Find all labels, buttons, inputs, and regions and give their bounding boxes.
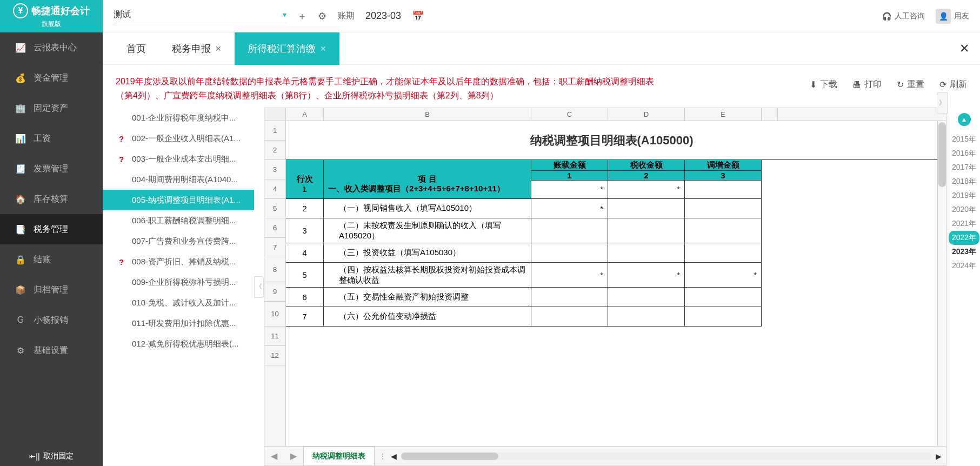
cell[interactable] xyxy=(531,243,608,263)
user-menu[interactable]: 👤 用友 xyxy=(936,9,969,24)
tree-item[interactable]: ?004-期间费用明细表(A1040... xyxy=(103,169,254,190)
cell[interactable]: （三）投资收益（填写A105030） xyxy=(324,243,531,263)
reset-button[interactable]: ↻重置 xyxy=(897,79,924,90)
row-header[interactable]: 11 xyxy=(264,327,285,346)
gear-icon[interactable]: ⚙ xyxy=(318,10,326,22)
year-item[interactable]: 2020年 xyxy=(949,203,979,217)
cell[interactable]: 1 xyxy=(286,179,324,199)
cell[interactable] xyxy=(608,243,685,263)
cell[interactable] xyxy=(531,288,608,307)
sheet-menu-icon[interactable]: ⋮ xyxy=(379,452,386,461)
row-header[interactable]: 2 xyxy=(264,141,285,160)
tab[interactable]: 所得税汇算清缴✕ xyxy=(235,32,339,65)
tree-item[interactable]: ?002-一般企业收入明细表(A1... xyxy=(103,128,254,149)
sidebar-item[interactable]: 💰资金管理 xyxy=(0,63,103,93)
row-header[interactable]: 1 xyxy=(264,121,285,141)
sheet-next-icon[interactable]: ▶ xyxy=(284,451,303,461)
cell[interactable]: 3 xyxy=(286,218,324,243)
cell[interactable] xyxy=(608,307,685,327)
unpin-button[interactable]: ⇤|| 取消固定 xyxy=(0,447,103,466)
tab[interactable]: 首页 xyxy=(114,32,159,65)
cell[interactable] xyxy=(608,288,685,307)
sidebar-item[interactable]: 🏢固定资产 xyxy=(0,93,103,123)
plus-icon[interactable]: ＋ xyxy=(297,10,307,23)
sidebar-item[interactable]: ⚙基础设置 xyxy=(0,335,103,365)
refresh-button[interactable]: ⟳刷新 xyxy=(939,79,967,90)
col-header[interactable]: C xyxy=(531,108,608,121)
year-up-icon[interactable]: ▲ xyxy=(958,113,971,126)
year-item[interactable]: 2023年 xyxy=(949,245,979,259)
calendar-icon[interactable]: 📅 xyxy=(412,10,424,22)
year-item[interactable]: 2024年 xyxy=(949,259,979,273)
tree-item[interactable]: ?006-职工薪酬纳税调整明细... xyxy=(103,210,254,231)
cell[interactable] xyxy=(608,199,685,218)
cell[interactable]: * xyxy=(608,179,685,199)
col-header[interactable]: A xyxy=(286,108,324,121)
year-item[interactable]: 2021年 xyxy=(949,217,979,231)
cell[interactable]: * xyxy=(685,263,762,288)
tree-item[interactable]: ?011-研发费用加计扣除优惠... xyxy=(103,313,254,334)
org-dropdown[interactable]: 测试 ▾ xyxy=(114,9,286,23)
cell[interactable]: 6 xyxy=(286,288,324,307)
cell[interactable]: （一）视同销售收入（填写A105010） xyxy=(324,199,531,218)
year-item[interactable]: 2016年 xyxy=(949,147,979,161)
period-value[interactable]: 2023-03 xyxy=(365,10,401,22)
sidebar-item[interactable]: 📈云报表中心 xyxy=(0,32,103,63)
col-header[interactable]: B xyxy=(324,108,531,121)
cell[interactable]: （四）按权益法核算长期股权投资对初始投资成本调整确认收益 xyxy=(324,263,531,288)
select-all-corner[interactable] xyxy=(264,108,286,121)
tree-item[interactable]: ?001-企业所得税年度纳税申... xyxy=(103,108,254,128)
close-icon[interactable]: ✕ xyxy=(215,44,222,53)
year-item[interactable]: 2018年 xyxy=(949,175,979,189)
year-item[interactable]: 2017年 xyxy=(949,161,979,175)
cell[interactable]: （五）交易性金融资产初始投资调整 xyxy=(324,288,531,307)
row-header[interactable]: 4 xyxy=(264,179,285,199)
sidebar-item[interactable]: 📦归档管理 xyxy=(0,275,103,305)
vertical-scrollbar[interactable] xyxy=(937,121,946,446)
horizontal-scrollbar[interactable]: ◀ ▶ xyxy=(386,452,946,461)
row-header[interactable]: 5 xyxy=(264,199,285,218)
scroll-left-icon[interactable]: ◀ xyxy=(391,452,397,461)
tree-item[interactable]: ?008-资产折旧、摊销及纳税... xyxy=(103,251,254,272)
col-header[interactable]: E xyxy=(685,108,762,121)
tree-item[interactable]: ?005-纳税调整项目明细表(A1... xyxy=(103,190,254,210)
download-button[interactable]: ⬇下载 xyxy=(810,79,837,90)
tree-item[interactable]: ?003-一般企业成本支出明细... xyxy=(103,149,254,169)
cell[interactable]: * xyxy=(531,263,608,288)
col-header[interactable]: D xyxy=(608,108,685,121)
col-header[interactable] xyxy=(762,108,778,121)
collapse-tree-button[interactable]: 《 xyxy=(254,276,264,298)
year-item[interactable]: 2022年 xyxy=(949,231,979,245)
cell[interactable]: 一、收入类调整项目（2+3+4+5+6+7+8+10+11） xyxy=(324,179,531,199)
print-button[interactable]: 🖶打印 xyxy=(852,79,882,90)
row-header[interactable]: 9 xyxy=(264,282,285,302)
cell[interactable]: 2 xyxy=(286,199,324,218)
grid[interactable]: 纳税调整项目明细表(A105000) 行次 项 目 账载金额 1 税收金额 xyxy=(286,121,937,446)
row-header[interactable]: 6 xyxy=(264,218,285,238)
cell[interactable]: 4 xyxy=(286,243,324,263)
row-header[interactable]: 12 xyxy=(264,346,285,365)
cell[interactable]: * xyxy=(608,263,685,288)
tree-item[interactable]: ?007-广告费和业务宣传费跨... xyxy=(103,231,254,251)
sheet-tab[interactable]: 纳税调整明细表 xyxy=(303,447,375,466)
cell[interactable]: * xyxy=(531,179,608,199)
row-header[interactable]: 7 xyxy=(264,238,285,257)
cell[interactable]: * xyxy=(531,199,608,218)
row-header[interactable]: 8 xyxy=(264,257,285,282)
cell[interactable] xyxy=(531,307,608,327)
cell[interactable] xyxy=(685,179,762,199)
cell[interactable] xyxy=(685,243,762,263)
tree-item[interactable]: ?012-减免所得税优惠明细表(... xyxy=(103,334,254,354)
sheet-prev-icon[interactable]: ◀ xyxy=(264,451,284,461)
scroll-right-icon[interactable]: ▶ xyxy=(936,452,942,461)
cell[interactable] xyxy=(531,218,608,243)
row-header[interactable]: 10 xyxy=(264,302,285,327)
cell[interactable] xyxy=(685,307,762,327)
tree-item[interactable]: ?010-免税、减计收入及加计... xyxy=(103,292,254,313)
sidebar-item[interactable]: 📊工资 xyxy=(0,123,103,154)
cell[interactable]: （六）公允价值变动净损益 xyxy=(324,307,531,327)
close-all-tabs-icon[interactable]: ✕ xyxy=(959,42,969,56)
cell[interactable] xyxy=(685,199,762,218)
cell[interactable] xyxy=(685,288,762,307)
row-header[interactable]: 3 xyxy=(264,160,285,179)
